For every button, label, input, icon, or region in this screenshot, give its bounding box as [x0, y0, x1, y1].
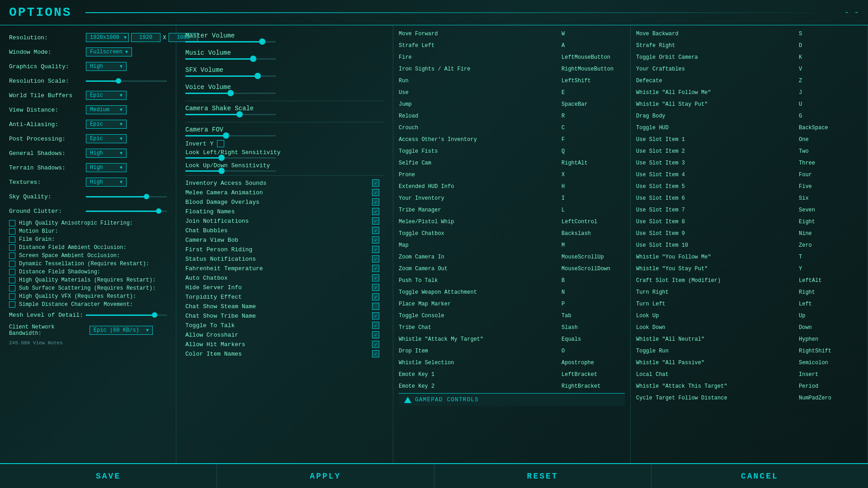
- kb-row-right-10[interactable]: Use Slot Item 2Two: [636, 146, 862, 156]
- save-button[interactable]: SAVE: [0, 464, 217, 488]
- sfx-volume-slider[interactable]: [185, 75, 384, 77]
- cancel-button[interactable]: CANCEL: [651, 464, 868, 488]
- kb-row-left-25[interactable]: Tribe ChatSlash: [399, 323, 625, 333]
- kb-row-left-23[interactable]: Place Map MarkerP: [399, 299, 625, 309]
- look-lr-slider[interactable]: [185, 157, 276, 159]
- gameplay-option-checkbox-1[interactable]: [372, 189, 379, 196]
- kb-row-left-11[interactable]: Selfie CamRightAlt: [399, 158, 625, 168]
- kb-row-right-28[interactable]: Whistle "All Passive"Semicolon: [636, 358, 862, 368]
- gameplay-option-checkbox-5[interactable]: [372, 227, 379, 234]
- kb-row-right-7[interactable]: Drag BodyG: [636, 111, 862, 121]
- gameplay-option-checkbox-6[interactable]: [372, 236, 379, 244]
- kb-row-right-2[interactable]: Toggle Orbit CameraK: [636, 52, 862, 62]
- ground-clutter-thumb[interactable]: [156, 208, 161, 214]
- gameplay-option-checkbox-15[interactable]: [372, 322, 379, 329]
- checkbox-1[interactable]: [9, 228, 15, 235]
- voice-volume-slider[interactable]: [185, 93, 384, 94]
- gameplay-option-checkbox-17[interactable]: [372, 341, 379, 348]
- resolution-width[interactable]: 1920: [131, 33, 160, 42]
- kb-row-right-29[interactable]: Local ChatInsert: [636, 370, 862, 380]
- gameplay-option-checkbox-12[interactable]: [372, 293, 379, 300]
- kb-row-left-22[interactable]: Toggle Weapon AttachmentN: [399, 287, 625, 297]
- kb-row-left-0[interactable]: Move ForwardW: [399, 29, 625, 39]
- kb-row-left-5[interactable]: UseE: [399, 88, 625, 98]
- mesh-lod-thumb[interactable]: [152, 312, 157, 318]
- gamepad-bar[interactable]: GAMEPAD CONTROLS: [399, 393, 625, 406]
- kb-row-left-18[interactable]: MapM: [399, 240, 625, 250]
- kb-row-left-13[interactable]: Extended HUD InfoH: [399, 182, 625, 192]
- look-lr-thumb[interactable]: [218, 155, 225, 161]
- ground-clutter-slider[interactable]: [86, 211, 167, 212]
- kb-row-left-12[interactable]: ProneX: [399, 170, 625, 180]
- apply-button[interactable]: APPLY: [217, 464, 434, 488]
- kb-row-right-16[interactable]: Use Slot Item 8Eight: [636, 217, 862, 227]
- kb-row-left-14[interactable]: Your InventoryI: [399, 193, 625, 203]
- sfx-volume-thumb[interactable]: [255, 73, 261, 79]
- gameplay-option-checkbox-8[interactable]: [372, 255, 379, 263]
- gameplay-option-checkbox-9[interactable]: [372, 265, 379, 272]
- kb-row-left-10[interactable]: Toggle FistsQ: [399, 146, 625, 156]
- kb-row-right-22[interactable]: Turn RightRight: [636, 287, 862, 297]
- resolution-dropdown[interactable]: 868x488: [86, 33, 129, 42]
- kb-row-left-26[interactable]: Whistle "Attack My Target"Equals: [399, 334, 625, 344]
- kb-row-right-14[interactable]: Use Slot Item 6Six: [636, 193, 862, 203]
- checkbox-8[interactable]: [9, 285, 15, 291]
- terrain-shadows-dropdown[interactable]: High: [86, 163, 127, 172]
- mesh-lod-slider[interactable]: [86, 314, 167, 316]
- look-ud-slider[interactable]: [185, 170, 276, 172]
- kb-row-left-6[interactable]: JumpSpaceBar: [399, 99, 625, 109]
- look-ud-thumb[interactable]: [218, 168, 225, 174]
- checkbox-6[interactable]: [9, 269, 15, 275]
- kb-row-left-24[interactable]: Toggle ConsoleTab: [399, 311, 625, 321]
- textures-dropdown[interactable]: High: [86, 178, 127, 187]
- kb-row-right-25[interactable]: Look DownDown: [636, 323, 862, 333]
- gameplay-option-checkbox-11[interactable]: [372, 284, 379, 291]
- checkbox-3[interactable]: [9, 244, 15, 251]
- kb-row-right-17[interactable]: Use Slot Item 9Nine: [636, 229, 862, 239]
- kb-row-left-9[interactable]: Access Other's InventoryF: [399, 135, 625, 145]
- gameplay-option-checkbox-16[interactable]: [372, 331, 379, 338]
- kb-row-right-31[interactable]: Cycle Target Follow DistanceNumPadZero: [636, 393, 862, 403]
- kb-row-left-27[interactable]: Drop ItemO: [399, 346, 625, 356]
- kb-row-right-12[interactable]: Use Slot Item 4Four: [636, 170, 862, 180]
- camera-fov-thumb[interactable]: [223, 132, 229, 139]
- kb-row-right-6[interactable]: Whistle "All Stay Put"U: [636, 99, 862, 109]
- camera-shake-thumb[interactable]: [236, 111, 243, 117]
- kb-row-right-3[interactable]: Your CraftablesV: [636, 64, 862, 74]
- kb-row-left-20[interactable]: Zoom Camera OutMouseScrollDown: [399, 264, 625, 274]
- gameplay-option-checkbox-2[interactable]: [372, 198, 379, 206]
- checkbox-0[interactable]: [9, 220, 15, 226]
- kb-row-right-15[interactable]: Use Slot Item 7Seven: [636, 205, 862, 215]
- kb-row-right-4[interactable]: DefecateZ: [636, 76, 862, 86]
- kb-row-left-7[interactable]: ReloadR: [399, 111, 625, 121]
- kb-row-right-26[interactable]: Whistle "All Neutral"Hyphen: [636, 334, 862, 344]
- kb-row-right-18[interactable]: Use Slot Item 10Zero: [636, 240, 862, 250]
- gameplay-option-checkbox-3[interactable]: [372, 208, 379, 215]
- gameplay-option-checkbox-14[interactable]: [372, 312, 379, 319]
- checkbox-2[interactable]: [9, 236, 15, 243]
- gameplay-option-checkbox-18[interactable]: [372, 350, 379, 357]
- kb-row-left-2[interactable]: FireLeftMouseButton: [399, 52, 625, 62]
- kb-row-left-29[interactable]: Emote Key 1LeftBracket: [399, 370, 625, 380]
- kb-row-right-21[interactable]: Craft Slot Item (Modifier)LeftAlt: [636, 276, 862, 286]
- general-shadows-dropdown[interactable]: High: [86, 149, 127, 158]
- window-mode-dropdown[interactable]: Fullscreen: [86, 47, 132, 56]
- gameplay-option-checkbox-10[interactable]: [372, 274, 379, 282]
- kb-row-left-28[interactable]: Whistle SelectionApostrophe: [399, 358, 625, 368]
- kb-row-left-15[interactable]: Tribe ManagerL: [399, 205, 625, 215]
- kb-row-right-30[interactable]: Whistle "Attack This Target"Period: [636, 381, 862, 391]
- kb-row-left-4[interactable]: RunLeftShift: [399, 76, 625, 86]
- kb-row-right-19[interactable]: Whistle "You Follow Me"T: [636, 252, 862, 262]
- kb-row-left-21[interactable]: Push To TalkB: [399, 276, 625, 286]
- resolution-scale-thumb[interactable]: [116, 78, 121, 84]
- invert-y-checkbox[interactable]: [217, 140, 224, 147]
- kb-row-left-8[interactable]: CrouchC: [399, 123, 625, 133]
- kb-row-left-17[interactable]: Toggle ChatboxBackslash: [399, 229, 625, 239]
- kb-row-right-27[interactable]: Toggle RunRightShift: [636, 346, 862, 356]
- resolution-scale-slider[interactable]: [86, 80, 167, 82]
- checkbox-9[interactable]: [9, 293, 15, 300]
- checkbox-7[interactable]: [9, 277, 15, 283]
- sky-quality-slider[interactable]: [86, 196, 167, 197]
- gameplay-option-checkbox-4[interactable]: [372, 217, 379, 225]
- sky-quality-thumb[interactable]: [144, 194, 149, 199]
